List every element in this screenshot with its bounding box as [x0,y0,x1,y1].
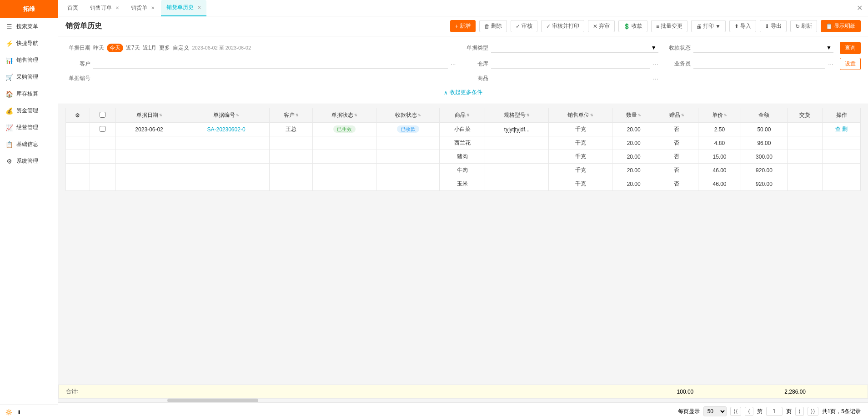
tab-sales-invoice-close[interactable]: ✕ [151,5,155,10]
prev-page-button[interactable]: ⟨ [745,407,753,416]
tab-sales-history[interactable]: 销货单历史 ✕ [161,0,206,16]
page-size-select[interactable]: 50 100 200 [703,406,727,416]
sort-payment-status[interactable]: 收款状态⇅ [395,111,421,119]
col-doc-date[interactable]: 单据日期⇅ [115,108,183,123]
tab-home-label: 首页 [67,4,78,12]
date-shortcut-custom[interactable]: 自定义 [173,44,189,52]
col-doc-status[interactable]: 单据状态⇅ [312,108,376,123]
row-checkbox[interactable] [100,126,105,132]
col-spec[interactable]: 规格型号⇅ [485,108,549,123]
product-dots[interactable]: ··· [653,75,658,82]
sort-unit-price[interactable]: 单价⇅ [712,111,727,119]
sidebar-item-inventory[interactable]: 🏠 库存核算 [0,85,58,102]
tab-sales-history-close[interactable]: ✕ [197,5,201,10]
page-input[interactable] [766,407,783,416]
tab-sales-order-close[interactable]: ✕ [115,5,119,10]
date-shortcut-7days[interactable]: 近7天 [126,44,140,52]
tab-home[interactable]: 首页 [62,0,84,16]
col-payment-status[interactable]: 收款状态⇅ [376,108,440,123]
sort-product[interactable]: 商品⇅ [455,111,470,119]
warehouse-dots[interactable]: ··· [653,60,658,68]
sidebar-item-search-menu[interactable]: ☰ 搜索菜单 [0,18,58,35]
delete-button[interactable]: 🗑 删除 [479,20,507,32]
abandon-button[interactable]: ✕ 弃审 [588,20,615,32]
scrollbar-area[interactable] [58,399,868,402]
show-detail-button[interactable]: 📋 显示明细 [821,20,861,32]
warehouse-label: 仓库 [463,60,488,68]
cell-payment-status: 已收款 [376,123,440,136]
query-button[interactable]: 查询 [840,42,861,54]
warehouse-input[interactable] [491,59,651,69]
col-doc-no[interactable]: 单据编号⇅ [183,108,270,123]
payment-status-select[interactable]: ▼ [693,43,833,53]
sort-customer[interactable]: 客户⇅ [284,111,299,119]
cell-qty: 20.00 [612,164,655,177]
scrollbar-thumb[interactable] [167,399,258,402]
settings-button[interactable]: 设置 [840,58,861,70]
collapse-button[interactable]: ∧ 收起更多条件 [65,87,861,98]
collect-button[interactable]: 💲 收款 [618,20,647,32]
print-button[interactable]: 🖨 打印 ▼ [691,20,726,32]
sort-gift[interactable]: 赠品⇅ [669,111,684,119]
audit-button[interactable]: ✓ 审核 [511,20,537,32]
select-all-checkbox[interactable] [100,112,105,118]
sidebar-item-label: 经营管理 [16,124,38,131]
sort-spec[interactable]: 规格型号⇅ [504,111,530,119]
tab-sales-order[interactable]: 销售订单 ✕ [85,0,125,16]
sidebar-item-label: 系统管理 [16,157,38,165]
salesperson-input[interactable] [693,59,826,69]
next-page-button[interactable]: ⟩ [795,407,804,416]
salesperson-dots[interactable]: ··· [828,60,833,68]
export-button[interactable]: ⬇ 导出 [760,20,787,32]
refresh-button[interactable]: ↻ 刷新 [790,20,817,32]
col-transaction: 交货 [787,108,822,123]
collapse-label: 收起更多条件 [450,89,482,96]
doc-no-link[interactable]: SA-20230602-0 [207,126,245,133]
col-customer[interactable]: 客户⇅ [270,108,312,123]
date-shortcut-1month[interactable]: 近1月 [143,44,157,52]
sort-qty[interactable]: 数量⇅ [626,111,641,119]
product-input[interactable] [491,74,651,83]
col-settings[interactable]: ⚙ [66,108,90,123]
sidebar-item-ops-mgmt[interactable]: 📈 经营管理 [0,119,58,136]
sidebar-item-sys-mgmt[interactable]: ⚙ 系统管理 [0,153,58,170]
sort-doc-no[interactable]: 单据编号⇅ [213,111,239,119]
col-product[interactable]: 商品⇅ [440,108,485,123]
col-unit-price[interactable]: 单价⇅ [698,108,741,123]
date-shortcut-more[interactable]: 更多 [159,44,170,52]
sidebar-item-quick-nav[interactable]: ⚡ 快捷导航 [0,35,58,52]
purchase-icon: 🛒 [5,74,13,81]
pause-icon[interactable]: ⏸ [16,409,21,415]
tab-sales-invoice[interactable]: 销货单 ✕ [125,0,160,16]
sidebar-item-purchase-mgmt[interactable]: 🛒 采购管理 [0,69,58,85]
payment-status-dropdown-icon: ▼ [826,45,832,51]
collect-icon: 💲 [623,23,630,30]
col-qty[interactable]: 数量⇅ [612,108,655,123]
sort-doc-date[interactable]: 单据日期⇅ [136,111,162,119]
cell-amount: 300.00 [741,150,787,164]
sidebar-item-sales-mgmt[interactable]: 📊 销售管理 [0,52,58,69]
date-shortcut-today[interactable]: 今天 [107,44,123,52]
cell-payment-status [376,136,440,150]
col-unit[interactable]: 销售单位⇅ [549,108,612,123]
batch-change-button[interactable]: ≡ 批量变更 [651,20,687,32]
first-page-button[interactable]: ⟨⟨ [730,407,741,416]
audit-print-button[interactable]: ✓ 审核并打印 [541,20,584,32]
customer-input[interactable] [93,59,448,69]
doc-no-input[interactable] [93,74,456,83]
window-close-button[interactable]: ✕ [855,4,864,12]
add-button[interactable]: + 新增 [450,20,476,32]
sidebar-item-finance[interactable]: 💰 资金管理 [0,102,58,119]
col-gift[interactable]: 赠品⇅ [655,108,698,123]
sort-unit[interactable]: 销售单位⇅ [567,111,593,119]
view-action-button[interactable]: 查 [835,126,841,132]
doc-type-select[interactable]: ▼ [491,43,658,53]
sort-doc-status[interactable]: 单据状态⇅ [331,111,357,119]
delete-action-button[interactable]: 删 [842,126,848,132]
last-page-button[interactable]: ⟩⟩ [808,407,818,416]
import-button[interactable]: ⬆ 导入 [729,20,756,32]
sidebar-item-basic-info[interactable]: 📋 基础信息 [0,136,58,153]
brightness-icon[interactable]: 🔆 [5,409,12,415]
date-shortcut-yesterday[interactable]: 昨天 [93,44,104,52]
customer-dots[interactable]: ··· [451,60,456,68]
